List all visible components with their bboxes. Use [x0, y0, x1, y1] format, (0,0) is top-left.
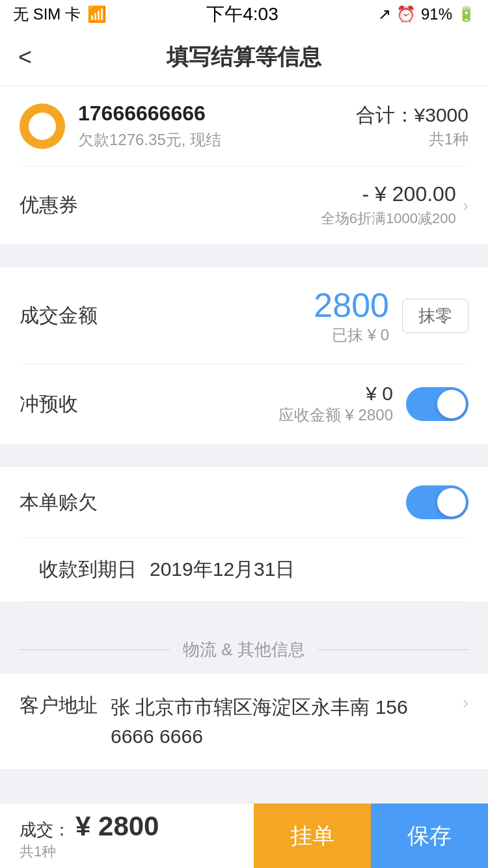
user-section: 17666666666 欠款1276.35元, 现结 合计：¥3000 共1种 … [0, 86, 488, 244]
bottom-info: 成交： ¥ 2800 共1种 [0, 804, 254, 868]
wifi-icon: 📶 [87, 5, 107, 23]
bottom-bar: 成交： ¥ 2800 共1种 挂单 保存 [0, 803, 488, 868]
gray-separator-3 [0, 612, 488, 625]
avatar [20, 103, 65, 149]
bei-dan-section: 本单赊欠 收款到期日 2019年12月31日 [0, 467, 488, 602]
page-title: 填写结算等信息 [167, 42, 321, 72]
gray-separator-2 [0, 454, 488, 467]
chevron-right-icon: › [463, 195, 468, 216]
address-chevron-icon: › [463, 692, 468, 713]
user-left: 17666666666 欠款1276.35元, 现结 [20, 102, 221, 150]
chong-yushou-row: 冲预收 ¥ 0 应收金额 ¥ 2800 [20, 364, 468, 444]
coupon-discount: - ¥ 200.00 [362, 182, 456, 206]
section-line-left [20, 649, 170, 650]
gray-separator-1 [0, 254, 488, 267]
user-row: 17666666666 欠款1276.35元, 现结 合计：¥3000 共1种 [0, 86, 488, 166]
status-left: 无 SIM 卡 📶 [13, 4, 107, 25]
section-title-text: 物流 & 其他信息 [183, 638, 305, 661]
chong-yushou-toggle[interactable] [406, 387, 468, 421]
due-date-value: 2019年12月31日 [150, 556, 295, 583]
bottom-count: 共1种 [20, 842, 234, 861]
hang-order-button[interactable]: 挂单 [254, 804, 371, 868]
deal-amount-col: 2800 已抹 ¥ 0 [314, 286, 389, 346]
chong-yushou-label: 冲预收 [20, 391, 78, 418]
status-bar: 无 SIM 卡 📶 下午4:03 ↗ ⏰ 91% 🔋 [0, 0, 488, 29]
bei-dan-label: 本单赊欠 [20, 489, 98, 516]
bottom-deal-label: 成交： [20, 819, 70, 841]
deal-amount-row: 成交金额 2800 已抹 ¥ 0 抹零 [20, 267, 468, 364]
due-date-label: 收款到期日 [39, 556, 137, 583]
bottom-deal-amount: ¥ 2800 [75, 811, 159, 842]
chong-yushou-value-area: ¥ 0 应收金额 ¥ 2800 [278, 383, 468, 426]
address-label: 客户地址 [20, 692, 98, 719]
section-title-row: 物流 & 其他信息 [0, 625, 488, 674]
coupon-label: 优惠券 [20, 192, 78, 219]
chong-yushou-receivable: 应收金额 ¥ 2800 [278, 405, 393, 426]
coupon-desc: 全场6折满1000减200 [321, 209, 456, 228]
address-row[interactable]: 客户地址 张 北京市市辖区海淀区永丰南 156 6666 6666 › [0, 674, 488, 769]
bei-dan-toggle[interactable] [406, 485, 468, 519]
location-icon: ↗ [378, 5, 391, 23]
coupon-row[interactable]: 优惠券 - ¥ 200.00 全场6折满1000减200 › [0, 167, 488, 244]
bei-dan-row: 本单赊欠 [20, 467, 468, 538]
coupon-right-col: - ¥ 200.00 全场6折满1000减200 [321, 182, 456, 228]
main-content: 17666666666 欠款1276.35元, 现结 合计：¥3000 共1种 … [0, 86, 488, 868]
status-time: 下午4:03 [206, 2, 278, 27]
due-date-row: 收款到期日 2019年12月31日 [20, 538, 468, 602]
user-right: 合计：¥3000 共1种 [356, 102, 468, 150]
user-phone: 17666666666 [78, 102, 221, 126]
total-count: 共1种 [356, 129, 468, 150]
nav-bar: < 填写结算等信息 [0, 29, 488, 86]
chong-yushou-amount-col: ¥ 0 应收金额 ¥ 2800 [278, 383, 393, 426]
user-info: 17666666666 欠款1276.35元, 现结 [78, 102, 221, 150]
coupon-right: - ¥ 200.00 全场6折满1000减200 › [321, 182, 468, 228]
toggle-knob [437, 390, 466, 418]
user-debt: 欠款1276.35元, 现结 [78, 129, 221, 150]
already-zero-text: 已抹 ¥ 0 [332, 325, 389, 346]
avatar-inner [29, 113, 56, 140]
address-value: 张 北京市市辖区海淀区永丰南 156 6666 6666 [111, 692, 456, 751]
bei-dan-toggle-knob [437, 488, 466, 517]
deal-amount-label: 成交金额 [20, 303, 98, 329]
alarm-icon: ⏰ [396, 5, 416, 23]
total-amount: 合计：¥3000 [356, 102, 468, 129]
deal-amount-number: 2800 [314, 286, 389, 325]
back-button[interactable]: < [18, 44, 32, 71]
section-line-right [318, 649, 468, 650]
deal-amount-value-area: 2800 已抹 ¥ 0 抹零 [314, 286, 468, 346]
status-right: ↗ ⏰ 91% 🔋 [378, 5, 475, 23]
battery-icon: 🔋 [457, 6, 475, 23]
round-zero-button[interactable]: 抹零 [402, 299, 468, 333]
battery-text: 91% [421, 5, 452, 23]
form-section: 成交金额 2800 已抹 ¥ 0 抹零 冲预收 ¥ 0 应收金额 ¥ 2800 [0, 267, 488, 444]
save-button[interactable]: 保存 [371, 804, 488, 868]
no-sim-text: 无 SIM 卡 [13, 4, 81, 25]
chong-yushou-amount: ¥ 0 [366, 383, 393, 405]
